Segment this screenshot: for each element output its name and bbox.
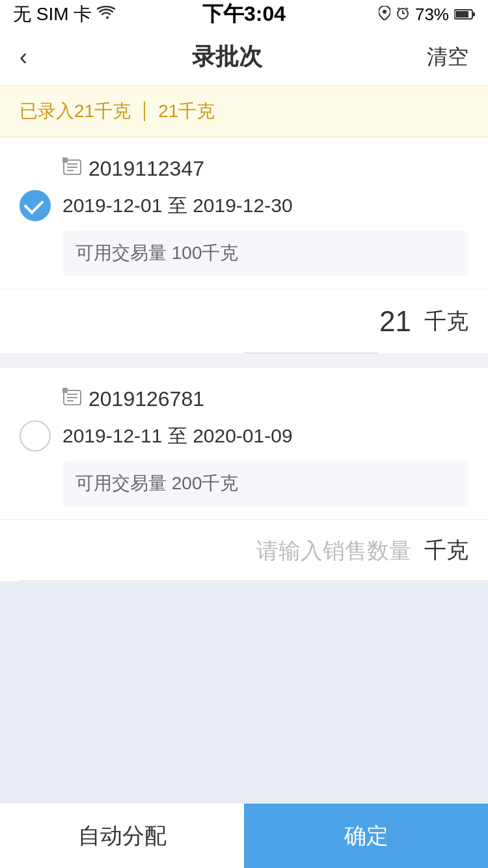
- wifi-icon: [97, 4, 115, 25]
- status-bar: 无 SIM 卡 下午3:04: [0, 0, 488, 29]
- confirm-label: 确定: [344, 821, 388, 851]
- clear-button[interactable]: 清空: [427, 43, 468, 72]
- page-title: 录批次: [192, 41, 262, 73]
- batch-date-row-1[interactable]: 2019-12-01 至 2019-12-30: [20, 190, 468, 221]
- status-right-icons: 73%: [379, 5, 475, 25]
- radio-btn-2[interactable]: [20, 420, 51, 452]
- battery-text: 73%: [415, 5, 449, 25]
- radio-btn-1[interactable]: [20, 190, 51, 221]
- quantity-input-2[interactable]: [216, 538, 411, 563]
- recorded-amount: 21千克: [158, 99, 215, 124]
- svg-line-5: [406, 8, 408, 9]
- batch-item-1: 2019112347 2019-12-01 至 2019-12-30 可用交易量…: [0, 137, 488, 289]
- svg-line-4: [398, 8, 400, 9]
- amount-row-1: 21 千克: [0, 289, 488, 353]
- svg-rect-13: [62, 157, 68, 163]
- amount-unit-1: 千克: [424, 306, 468, 336]
- batch-id-row-1: 2019112347: [20, 157, 468, 181]
- batch-id-icon-2: [62, 388, 82, 411]
- back-button[interactable]: ‹: [20, 44, 27, 71]
- section-separator: [0, 355, 488, 368]
- status-time: 下午3:04: [202, 0, 286, 29]
- info-banner: 已录入21千克 21千克: [0, 86, 488, 137]
- batch-card-2: 2019126781 2019-12-11 至 2020-01-09 可用交易量…: [0, 368, 488, 581]
- batch-quota-2: 可用交易量 200千克: [62, 461, 468, 506]
- auto-distribute-label: 自动分配: [78, 821, 167, 851]
- input-row-2: 千克: [0, 519, 488, 581]
- batch-item-2: 2019126781 2019-12-11 至 2020-01-09 可用交易量…: [0, 368, 488, 519]
- banner-divider: [144, 102, 145, 121]
- amount-underline-1: [244, 353, 377, 353]
- batch-id-text-1: 2019112347: [88, 157, 204, 181]
- status-carrier: 无 SIM 卡: [13, 2, 115, 27]
- auto-distribute-button[interactable]: 自动分配: [0, 804, 244, 868]
- nav-bar: ‹ 录批次 清空: [0, 29, 488, 86]
- amount-value-1: 21: [379, 305, 411, 338]
- svg-point-0: [383, 10, 386, 14]
- batch-quota-1: 可用交易量 100千克: [62, 230, 468, 276]
- batch-id-icon-1: [62, 157, 82, 180]
- batch-date-text-2: 2019-12-11 至 2020-01-09: [62, 423, 293, 450]
- batch-id-row-2: 2019126781: [20, 387, 468, 411]
- alarm-icon: [396, 5, 410, 25]
- carrier-text: 无 SIM 卡: [13, 2, 92, 27]
- confirm-button[interactable]: 确定: [244, 804, 488, 868]
- batch-id-text-2: 2019126781: [88, 387, 204, 411]
- batch-date-row-2[interactable]: 2019-12-11 至 2020-01-09: [20, 420, 468, 452]
- location-icon: [379, 5, 390, 25]
- svg-rect-18: [62, 388, 68, 393]
- svg-rect-8: [473, 12, 475, 16]
- input-underline-2: [20, 580, 488, 581]
- batch-card-1: 2019112347 2019-12-01 至 2019-12-30 可用交易量…: [0, 137, 488, 353]
- batch-date-text-1: 2019-12-01 至 2019-12-30: [62, 193, 293, 219]
- battery-icon: [454, 5, 475, 25]
- recorded-label: 已录入21千克: [20, 99, 131, 124]
- bottom-actions: 自动分配 确定: [0, 803, 488, 868]
- input-unit-2: 千克: [424, 536, 468, 565]
- svg-rect-7: [455, 11, 468, 18]
